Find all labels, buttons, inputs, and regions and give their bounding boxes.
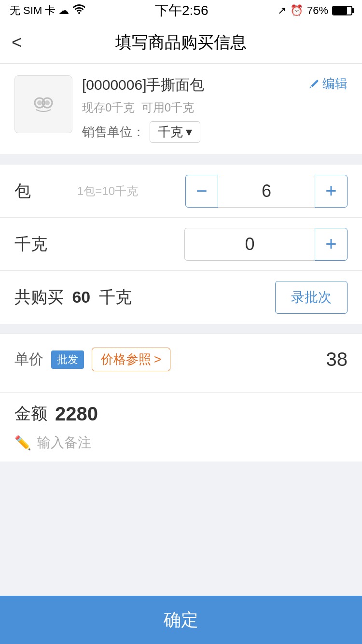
input-section: 包 1包=10千克 − + 千克 + 共购买 60 千克 录批次	[0, 165, 362, 324]
pencil-icon: ✏️	[14, 435, 31, 451]
unit-select[interactable]: 千克 ▾	[150, 121, 200, 143]
alarm-icon: ⏰	[290, 4, 303, 17]
svg-point-3	[45, 100, 50, 105]
package-input-row: 包 1包=10千克 − +	[0, 165, 362, 218]
note-placeholder: 输入备注	[37, 434, 91, 452]
amount-value: 2280	[55, 403, 98, 425]
total-text: 共购买 60 千克	[14, 286, 132, 308]
section-divider-1	[0, 155, 362, 165]
status-left: 无 SIM 卡 ☁	[10, 3, 85, 18]
location-icon: ↗	[278, 4, 286, 17]
price-label: 单价	[14, 350, 43, 369]
price-tag: 批发	[51, 350, 84, 369]
wifi-icon	[73, 4, 85, 17]
page-title: 填写商品购买信息	[115, 31, 247, 54]
confirm-button[interactable]: 确定	[0, 596, 362, 644]
kg-qty-input[interactable]	[184, 228, 315, 261]
section-divider-2	[0, 324, 362, 334]
batch-button[interactable]: 录批次	[275, 281, 348, 314]
confirm-btn-text: 确定	[164, 608, 198, 632]
package-plus-button[interactable]: +	[315, 175, 348, 208]
product-unit-row: 销售单位： 千克 ▾	[82, 121, 348, 143]
edit-label: 编辑	[322, 75, 348, 92]
product-name: [0000006]手撕面包	[82, 75, 204, 95]
status-right: ↗ ⏰ 76%	[278, 4, 352, 17]
price-section: 单价 批发 价格参照 > 38	[0, 334, 362, 392]
sim-label: 无 SIM 卡 ☁	[10, 3, 69, 18]
package-qty-control: − +	[185, 175, 348, 208]
price-value: 38	[326, 349, 348, 370]
package-minus-button[interactable]: −	[185, 175, 218, 208]
edit-button[interactable]: 编辑	[309, 75, 348, 92]
product-thumbnail	[14, 75, 72, 133]
product-info: [0000006]手撕面包 编辑 现存0千克 可用0千克 销售单位： 千克 ▾	[82, 75, 348, 143]
total-row: 共购买 60 千克 录批次	[0, 271, 362, 324]
product-card: [0000006]手撕面包 编辑 现存0千克 可用0千克 销售单位： 千克 ▾	[0, 64, 362, 155]
product-stock: 现存0千克 可用0千克	[82, 100, 348, 115]
status-bar: 无 SIM 卡 ☁ 下午2:56 ↗ ⏰ 76%	[0, 0, 362, 21]
kg-qty-control: +	[184, 228, 348, 261]
package-label: 包	[14, 180, 72, 202]
nav-bar: < 填写商品购买信息	[0, 21, 362, 64]
unit-label: 销售单位：	[82, 124, 145, 140]
status-time: 下午2:56	[155, 1, 209, 20]
kg-input-row: 千克 +	[0, 218, 362, 271]
note-row[interactable]: ✏️ 输入备注	[14, 434, 348, 452]
svg-point-2	[37, 100, 42, 105]
battery-icon	[332, 6, 352, 15]
amount-section: 金额 2280 ✏️ 输入备注	[0, 392, 362, 462]
price-ref-button[interactable]: 价格参照 >	[92, 348, 170, 371]
package-hint: 1包=10千克	[77, 183, 185, 199]
kg-plus-button[interactable]: +	[315, 228, 348, 261]
total-qty: 60	[72, 288, 90, 306]
back-button[interactable]: <	[12, 32, 22, 53]
package-qty-input[interactable]	[218, 175, 315, 208]
kg-label: 千克	[14, 233, 72, 255]
price-row: 单价 批发 价格参照 > 38	[14, 348, 348, 371]
battery-percentage: 76%	[307, 4, 328, 17]
amount-row: 金额 2280	[14, 403, 348, 425]
amount-label: 金额	[14, 403, 47, 425]
